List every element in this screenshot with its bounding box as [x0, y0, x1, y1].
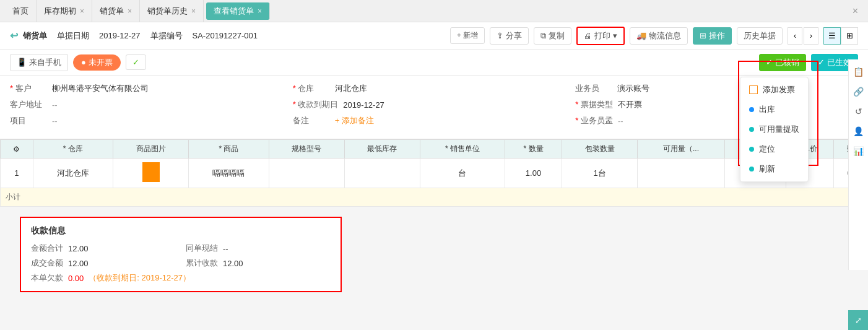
check-effective-icon: ✓: [818, 58, 825, 67]
dropdown-locate[interactable]: 定位: [740, 139, 808, 159]
sidebar-user-icon[interactable]: 👤: [851, 124, 866, 139]
dropdown-refresh[interactable]: 刷新: [740, 159, 808, 179]
row-quantity: 1.00: [505, 158, 562, 188]
from-phone-button[interactable]: 📱 来自手机: [10, 54, 68, 71]
sidebar-chart-icon[interactable]: 📊: [851, 144, 866, 158]
tab-sales-order[interactable]: 销货单 ×: [92, 0, 140, 22]
payment-cumulative-row: 累计收款 12.00: [186, 258, 331, 269]
sidebar-link-icon[interactable]: 🔗: [851, 84, 866, 99]
ticket-field: 票据类型 不开票: [575, 99, 858, 110]
nav-arrows: ‹ ›: [788, 27, 818, 45]
grid-view-btn[interactable]: ⊞: [841, 27, 858, 45]
dropdown-available-qty[interactable]: 可用量提取: [740, 119, 808, 139]
add-invoice-label: 添加发票: [763, 84, 795, 95]
project-label: 项目: [10, 115, 47, 126]
col-spec: 规格型号: [269, 140, 344, 158]
col-img: 商品图片: [113, 140, 189, 158]
print-button[interactable]: 🖨 打印 ▾: [576, 27, 625, 45]
total-value: 12.00: [68, 244, 89, 253]
col-warehouse: * 仓库: [33, 140, 113, 158]
operate-button[interactable]: ⊞ 操作: [693, 27, 732, 45]
tab-inventory-init[interactable]: 库存期初 ×: [37, 0, 92, 22]
new-button[interactable]: + 新增: [450, 27, 485, 44]
payment-wrapper: 收款信息 金额合计 12.00 同单现结 -- 成交金额 12.00 累计收款 …: [0, 207, 868, 302]
view-toggle: ☰ ⊞: [823, 27, 858, 45]
deal-value: 12.00: [68, 259, 89, 268]
dropdown-add-invoice[interactable]: 添加发票: [740, 80, 808, 100]
tab-bar: 首页 库存期初 × 销货单 × 销货单历史 × 查看销货单 × ×: [0, 0, 868, 22]
col-quantity: * 数量: [505, 140, 562, 158]
payment-owed-row: 本单欠款 0.00 （收款到期日: 2019-12-27）: [31, 272, 331, 284]
ticket-icon: ●: [81, 58, 86, 67]
form-row-2: 客户地址 -- 收款到期日 2019-12-27 票据类型 不开票: [10, 99, 858, 110]
tab-sales-history[interactable]: 销货单历史 ×: [140, 0, 204, 22]
close-inventory-init[interactable]: ×: [80, 7, 84, 15]
print-icon: 🖨: [584, 31, 592, 40]
address-field: 客户地址 --: [10, 99, 293, 110]
logistics-icon: 🚚: [636, 31, 646, 40]
tab-view-sales[interactable]: 查看销货单 ×: [206, 2, 270, 20]
refresh-label: 刷新: [759, 163, 775, 175]
not-opened-button[interactable]: ● 未开票: [73, 54, 121, 71]
row-spec: [269, 158, 344, 188]
note-add-btn[interactable]: + 添加备注: [335, 115, 374, 126]
cancelled-button[interactable]: ✓ 已核销: [759, 54, 806, 71]
dropdown-outbound[interactable]: 出库: [740, 100, 808, 119]
close-sales-history[interactable]: ×: [191, 7, 196, 15]
sidebar-refresh-icon[interactable]: ↺: [851, 104, 866, 119]
close-all-tabs[interactable]: ×: [848, 6, 863, 17]
prev-arrow[interactable]: ‹: [788, 27, 802, 45]
staff-label: 业务员: [575, 83, 612, 94]
right-sidebar: 📋 🔗 ↺ 👤 📊: [848, 59, 868, 270]
refresh-dot: [749, 167, 754, 172]
doc-title-area: ↩ 销货单: [10, 30, 47, 41]
sales-staff-label: 业务员孟: [575, 115, 613, 126]
doc-title: 销货单: [23, 30, 47, 41]
customer-field: 客户 柳州粤港平安气体有限公司: [10, 83, 293, 94]
logistics-button[interactable]: 🚚 物流信息: [630, 27, 688, 45]
list-view-btn[interactable]: ☰: [823, 27, 841, 45]
form-row-1: 客户 柳州粤港平安气体有限公司 仓库 河北仓库 业务员 演示账号: [10, 83, 858, 94]
project-field: 项目 --: [10, 115, 293, 126]
close-sales-order[interactable]: ×: [128, 7, 132, 15]
same-settle-value: --: [223, 244, 228, 253]
payment-title: 收款信息: [31, 225, 331, 237]
due-date-value: 2019-12-27: [343, 100, 384, 110]
phone-icon: 📱: [17, 58, 27, 67]
subtotal-row: 小计: [1, 188, 868, 207]
expand-button[interactable]: ⤢: [848, 310, 868, 330]
share-button[interactable]: ⇪ 分享: [490, 27, 529, 45]
copy-button[interactable]: ⧉ 复制: [534, 27, 571, 45]
address-value: --: [52, 100, 58, 110]
ticket-value: 不开票: [618, 99, 642, 110]
payment-grid: 金额合计 12.00 同单现结 -- 成交金额 12.00 累计收款 12.00…: [31, 243, 331, 284]
payment-section: 收款信息 金额合计 12.00 同单现结 -- 成交金额 12.00 累计收款 …: [20, 217, 342, 292]
check-button[interactable]: ✓: [126, 54, 146, 70]
share-icon: ⇪: [497, 31, 503, 40]
product-image: [142, 162, 160, 182]
date-value: 2019-12-27: [99, 31, 141, 40]
close-view-sales[interactable]: ×: [258, 7, 262, 15]
sidebar-doc-icon[interactable]: 📋: [851, 64, 866, 79]
warehouse-field: 仓库 河北仓库: [293, 83, 576, 94]
col-product: * 商品: [189, 140, 269, 158]
copy-icon: ⧉: [540, 31, 546, 41]
payment-total-row: 金额合计 12.00: [31, 243, 176, 254]
warehouse-label: 仓库: [293, 83, 330, 94]
col-sales-unit: * 销售单位: [420, 140, 505, 158]
invoice-checkbox-icon: [749, 85, 758, 94]
row-min-stock: [344, 158, 420, 188]
items-table: ⚙ * 仓库 商品图片 * 商品 规格型号 最低库存 * 销售单位 * 数量 包…: [0, 139, 868, 207]
note-field: 备注 + 添加备注: [293, 115, 576, 126]
row-pkg-qty: 1台: [562, 158, 638, 188]
next-arrow[interactable]: ›: [804, 27, 818, 45]
customer-label: 客户: [10, 83, 47, 94]
tab-home[interactable]: 首页: [5, 0, 37, 22]
due-date-field: 收款到期日 2019-12-27: [293, 99, 576, 110]
address-label: 客户地址: [10, 99, 47, 110]
warehouse-value: 河北仓库: [335, 83, 367, 94]
row-product: 嗝嗝嗝嗝: [189, 158, 269, 188]
cumulative-value: 12.00: [223, 259, 243, 268]
form-section: 客户 柳州粤港平安气体有限公司 仓库 河北仓库 业务员 演示账号 客户地址 --…: [0, 76, 868, 139]
history-button[interactable]: 历史单据: [737, 27, 783, 45]
